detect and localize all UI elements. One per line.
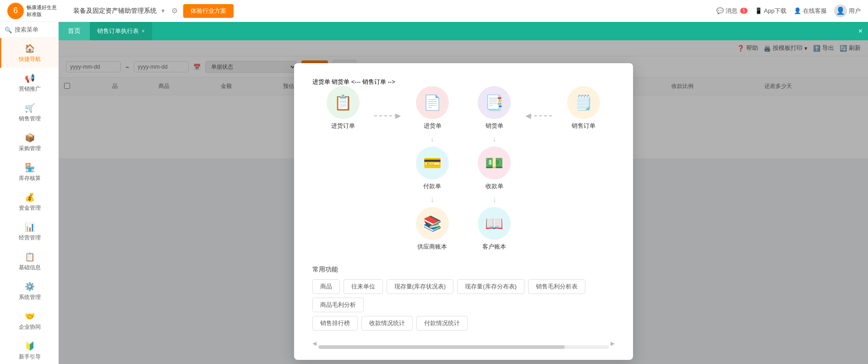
scroll-right-arrow[interactable]: ▶ <box>611 340 615 347</box>
app-download-button[interactable]: 📱 App下载 <box>755 7 786 15</box>
node-receipt[interactable]: 💵 收款单 <box>463 147 525 190</box>
cf-btn-stock-status[interactable]: 现存量(库存状况表) <box>387 279 454 294</box>
cf-btn-product[interactable]: 商品 <box>312 279 340 294</box>
sidebar-item-finance[interactable]: 💰 资金管理 <box>0 187 58 217</box>
logo-text: 畅康通好生意 标准版 <box>27 4 57 17</box>
inventory-icon: 🏪 <box>25 163 35 173</box>
sidebar-item-operations[interactable]: 📊 经营管理 <box>0 217 58 246</box>
arrow-sales-order-to-bill: ◀ <box>525 111 553 130</box>
sidebar-item-sales[interactable]: 🛒 销售管理 <box>0 98 58 127</box>
logo-char: 6 <box>13 6 18 16</box>
scroll-left-arrow[interactable]: ◀ <box>312 340 317 347</box>
online-service-button[interactable]: 👤 在线客服 <box>794 7 827 15</box>
sidebar-item-label: 经营管理 <box>19 234 41 242</box>
finance-icon: 💰 <box>25 192 35 202</box>
operations-icon: 📊 <box>25 222 35 232</box>
service-icon: 👤 <box>794 7 801 14</box>
sidebar-item-label: 新手引导 <box>19 353 41 361</box>
purchase-order-icon: 📋 <box>327 86 360 119</box>
common-functions-buttons: 商品 往来单位 现存量(库存状况表) 现存量(库存分布表) 销售毛利分析表 商品… <box>312 279 615 312</box>
tab-sales-label: 销售订单执行表 <box>97 27 139 35</box>
sidebar-item-label: 营销推广 <box>19 85 41 93</box>
sidebar-item-enterprise[interactable]: 🤝 企业协同 <box>0 306 58 336</box>
purchase-bill-label: 进货单 <box>424 122 442 130</box>
node-purchase-bill[interactable]: 📄 进货单 <box>402 86 464 130</box>
enterprise-icon: 🤝 <box>25 311 35 321</box>
sidebar-item-purchase[interactable]: 📦 采购管理 <box>0 127 58 157</box>
node-customer-ledger[interactable]: 📖 客户账本 <box>463 207 525 251</box>
sidebar-item-newbie[interactable]: 🔰 新手引导 <box>0 336 58 364</box>
settings-gear-icon[interactable]: ⚙ <box>171 6 178 15</box>
top-bar: 6 畅康通好生意 标准版 装备及固定资产辅助管理系统 ▼ ⚙ 体验行业方案 💬 … <box>0 0 868 22</box>
search-label: 搜索菜单 <box>15 26 38 34</box>
cf-btn-payment-stats[interactable]: 付款情况统计 <box>416 316 468 331</box>
quick-nav-icon: 🏠 <box>25 43 35 54</box>
experience-button[interactable]: 体验行业方案 <box>183 4 234 18</box>
arrow-payment-down: ↓ <box>401 194 464 205</box>
tab-sales-execution[interactable]: 销售订单执行表 × <box>90 22 152 40</box>
logo-area: 6 畅康通好生意 标准版 <box>7 3 66 19</box>
payment-icon: 💳 <box>416 147 449 179</box>
cf-btn-receipt-stats[interactable]: 收款情况统计 <box>361 316 413 331</box>
top-right-actions: 💬 消息 5 📱 App下载 👤 在线客服 👤 用户 <box>716 5 861 17</box>
main-area: 🔍 搜索菜单 🏠 快捷导航 📢 营销推广 🛒 销售管理 📦 采购管理 🏪 <box>0 22 868 364</box>
arrow-purchase-to-bill: ▶ <box>374 111 402 130</box>
tab-home[interactable]: 首页 <box>59 22 90 40</box>
sidebar-item-sys-mgmt[interactable]: ⚙️ 系统管理 <box>0 276 58 306</box>
cf-btn-contacts[interactable]: 往来单位 <box>344 279 383 294</box>
sidebar-item-label: 企业协同 <box>19 323 41 331</box>
receipt-label: 收款单 <box>486 182 503 190</box>
sidebar-item-quick-nav[interactable]: 🏠 快捷导航 <box>0 38 58 68</box>
user-menu[interactable]: 👤 用户 <box>834 5 861 17</box>
system-name: 装备及固定资产辅助管理系统 <box>73 7 157 15</box>
node-payment[interactable]: 💳 付款单 <box>401 147 464 190</box>
quick-nav-dialog: 进货单 销货单 <--- 销售订单 --> 📋 进货订单 <box>294 63 633 360</box>
cf-btn-sales-profit[interactable]: 销售毛利分析表 <box>528 279 585 294</box>
purchase-bill-icon: 📄 <box>416 86 449 119</box>
cf-btn-sales-rank[interactable]: 销售排行榜 <box>312 316 358 331</box>
arrow-purchase-bill-down: ↓ <box>401 134 464 145</box>
node-supplier-ledger[interactable]: 📚 供应商账本 <box>401 207 464 251</box>
cf-btn-product-profit[interactable]: 商品毛利分析 <box>312 298 364 312</box>
tab-home-label: 首页 <box>68 27 81 35</box>
sidebar-item-label: 基础信息 <box>19 264 41 272</box>
newbie-icon: 🔰 <box>25 341 35 351</box>
message-badge: 5 <box>740 8 748 14</box>
logo-icon: 6 <box>7 3 24 19</box>
flow-top-row: 📋 进货订单 ▶ <box>312 86 615 130</box>
sales-order-label: 销售订单 <box>572 122 595 130</box>
customer-ledger-label: 客户账本 <box>482 243 506 251</box>
customer-ledger-icon: 📖 <box>478 207 511 240</box>
tab-bar: 首页 销售订单执行表 × × <box>59 22 868 40</box>
message-button[interactable]: 💬 消息 5 <box>716 7 748 15</box>
node-sales-order[interactable]: 🗒️ 销售订单 <box>553 86 615 130</box>
sidebar-item-marketing[interactable]: 📢 营销推广 <box>0 68 58 98</box>
dialog-scrollbar[interactable] <box>318 345 609 349</box>
tab-close-icon[interactable]: × <box>142 28 145 34</box>
purchase-order-label: 进货订单 <box>331 122 355 130</box>
flow-mid-arrows2: ↓ ↓ <box>312 194 615 205</box>
purchase-icon: 📦 <box>25 133 35 143</box>
main-content: ❓ 帮助 🖨️ 按模板打印 ▾ ⬆️ 导出 � <box>59 40 868 364</box>
node-purchase-order[interactable]: 📋 进货订单 <box>312 86 374 130</box>
dialog-scroll-area: ◀ ▶ <box>312 338 615 349</box>
sidebar-item-label: 库存核算 <box>19 174 41 182</box>
close-all-tabs-button[interactable]: × <box>853 27 868 35</box>
online-service-label: 在线客服 <box>803 7 827 15</box>
sidebar-item-label: 系统管理 <box>19 293 41 301</box>
user-name: 用户 <box>849 7 861 15</box>
sidebar-item-basic-info[interactable]: 📋 基础信息 <box>0 246 58 276</box>
dropdown-arrow-icon[interactable]: ▼ <box>160 8 166 14</box>
scrollbar-thumb <box>318 345 565 349</box>
message-label: 消息 <box>726 7 737 15</box>
sales-icon: 🛒 <box>25 103 35 113</box>
sys-mgmt-icon: ⚙️ <box>25 282 35 292</box>
arrow-sales-bill-down: ↓ <box>463 134 525 145</box>
cf-btn-stock-dist[interactable]: 现存量(库存分布表) <box>457 279 524 294</box>
flow-row3: 📚 供应商账本 📖 客户账本 <box>312 207 615 251</box>
arrow-receipt-down: ↓ <box>463 194 525 205</box>
node-sales-bill[interactable]: 📑 销货单 <box>464 86 525 130</box>
sidebar-search[interactable]: 🔍 搜索菜单 <box>0 22 58 38</box>
supplier-ledger-icon: 📚 <box>416 207 449 240</box>
sidebar-item-inventory[interactable]: 🏪 库存核算 <box>0 157 58 187</box>
